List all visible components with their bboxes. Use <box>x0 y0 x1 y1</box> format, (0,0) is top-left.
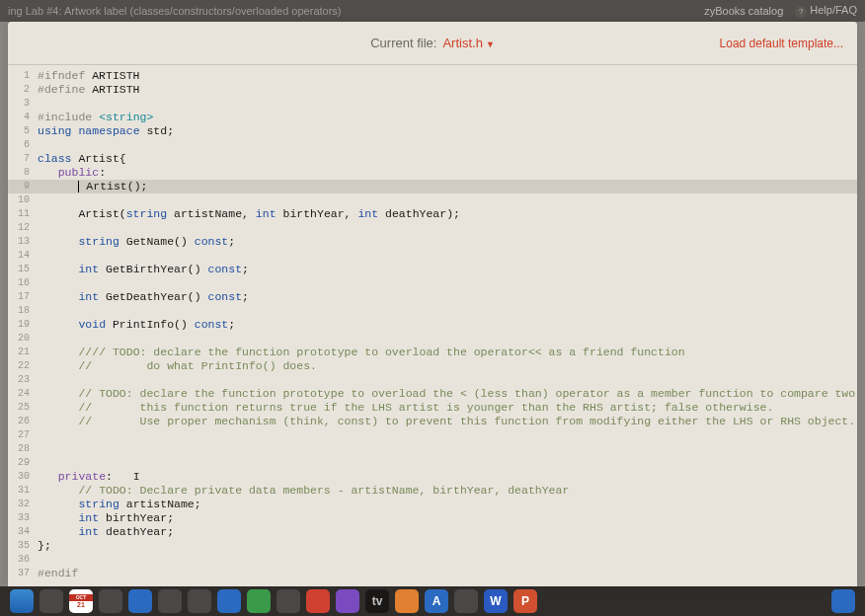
line-number: 11 <box>8 207 38 221</box>
code-line[interactable]: 27 <box>8 428 857 442</box>
code-line[interactable]: 28 <box>8 442 857 456</box>
code-text[interactable]: int birthYear; <box>38 511 174 525</box>
line-number: 3 <box>8 97 38 111</box>
code-text[interactable]: void PrintInfo() const; <box>38 318 235 332</box>
line-number: 26 <box>8 415 38 428</box>
line-number: 32 <box>8 498 38 511</box>
code-text[interactable]: string GetName() const; <box>38 235 235 249</box>
code-text[interactable]: // this function returns true if the LHS… <box>38 401 773 415</box>
code-text[interactable]: // do what PrintInfo() does. <box>38 359 317 373</box>
app-store-icon[interactable]: A <box>425 589 448 613</box>
code-line[interactable]: 10 <box>8 193 857 207</box>
catalog-link[interactable]: zyBooks catalog <box>704 5 783 17</box>
dock-app-icon[interactable] <box>247 589 271 613</box>
line-number: 17 <box>8 290 38 304</box>
code-line[interactable]: 12 <box>8 221 857 235</box>
code-line[interactable]: 14 <box>8 249 857 263</box>
code-line[interactable]: 2#define ARTISTH <box>8 83 857 97</box>
code-text[interactable]: }; <box>38 539 51 553</box>
code-line[interactable]: 36 <box>8 553 857 567</box>
line-number: 14 <box>8 249 38 263</box>
line-number: 36 <box>8 553 38 567</box>
code-text[interactable]: // Use proper mechanism (think, const) t… <box>38 415 855 428</box>
code-text[interactable]: Artist(string artistName, int birthYear,… <box>38 207 460 221</box>
code-editor[interactable]: 1#ifndef ARTISTH2#define ARTISTH34#inclu… <box>8 65 857 586</box>
code-line[interactable]: 21 //// TODO: declare the function proto… <box>8 346 857 359</box>
dock-app-icon[interactable] <box>99 589 122 613</box>
code-text[interactable]: #endif <box>38 567 78 580</box>
line-number: 16 <box>8 276 38 290</box>
dock-app-icon[interactable] <box>217 589 241 613</box>
code-text[interactable]: // TODO: declare the function prototype … <box>38 387 857 401</box>
code-line[interactable]: 18 <box>8 304 857 318</box>
dock-app-icon[interactable] <box>158 589 182 613</box>
code-line[interactable]: 19 void PrintInfo() const; <box>8 318 857 332</box>
dock-app-icon[interactable] <box>336 589 359 613</box>
calendar-icon[interactable]: OCT 21 <box>69 589 93 613</box>
code-text[interactable]: int GetBirthYear() const; <box>38 263 249 276</box>
code-line[interactable]: 34 int deathYear; <box>8 525 857 539</box>
code-line[interactable]: 26 // Use proper mechanism (think, const… <box>8 415 857 428</box>
code-line[interactable]: 6 <box>8 138 857 152</box>
code-line[interactable]: 31 // TODO: Declare private data members… <box>8 484 857 498</box>
code-text[interactable]: private: I <box>38 470 140 484</box>
dock-app-icon[interactable] <box>395 589 419 613</box>
line-number: 13 <box>8 235 38 249</box>
code-line[interactable]: 23 <box>8 373 857 387</box>
code-line[interactable]: 37#endif <box>8 567 857 580</box>
code-text[interactable]: using namespace std; <box>38 124 174 138</box>
code-text[interactable]: int deathYear; <box>38 525 174 539</box>
code-text[interactable]: int GetDeathYear() const; <box>38 290 249 304</box>
code-line[interactable]: 22 // do what PrintInfo() does. <box>8 359 857 373</box>
code-text[interactable]: string artistName; <box>38 498 201 511</box>
dock-app-icon[interactable] <box>454 589 478 613</box>
help-link[interactable]: ?Help/FAQ <box>795 4 857 18</box>
dock-app-icon[interactable] <box>306 589 330 613</box>
code-line[interactable]: 13 string GetName() const; <box>8 235 857 249</box>
code-text[interactable]: #define ARTISTH <box>38 83 140 97</box>
dock-app-icon[interactable] <box>831 589 855 613</box>
code-line[interactable]: 7class Artist{ <box>8 152 857 166</box>
code-line[interactable]: 24 // TODO: declare the function prototy… <box>8 387 857 401</box>
code-line[interactable]: 15 int GetBirthYear() const; <box>8 263 857 276</box>
code-line[interactable]: 35}; <box>8 539 857 553</box>
code-line[interactable]: 29 <box>8 456 857 470</box>
powerpoint-icon[interactable]: P <box>513 589 537 613</box>
code-line[interactable]: 20 <box>8 332 857 346</box>
apple-tv-icon[interactable]: tv <box>365 589 389 613</box>
line-number: 31 <box>8 484 38 498</box>
code-line[interactable]: 4#include <string> <box>8 111 857 124</box>
code-text[interactable]: class Artist{ <box>38 152 126 166</box>
code-text[interactable]: Artist(); <box>38 180 147 193</box>
code-line[interactable]: 33 int birthYear; <box>8 511 857 525</box>
code-line[interactable]: 32 string artistName; <box>8 498 857 511</box>
code-line[interactable]: 5using namespace std; <box>8 124 857 138</box>
code-line[interactable]: 16 <box>8 276 857 290</box>
word-icon[interactable]: W <box>484 589 508 613</box>
code-line[interactable]: 17 int GetDeathYear() const; <box>8 290 857 304</box>
code-text[interactable]: #include <string> <box>38 111 153 124</box>
code-line[interactable]: 3 <box>8 97 857 111</box>
code-line[interactable]: 9 Artist(); <box>8 180 857 193</box>
file-name-dropdown[interactable]: Artist.h▼ <box>442 36 494 50</box>
code-line[interactable]: 11 Artist(string artistName, int birthYe… <box>8 207 857 221</box>
code-line[interactable]: 25 // this function returns true if the … <box>8 401 857 415</box>
dock-app-icon[interactable] <box>188 589 211 613</box>
load-default-template-link[interactable]: Load default template... <box>720 37 843 50</box>
line-number: 23 <box>8 373 38 387</box>
code-text[interactable]: #ifndef ARTISTH <box>38 69 140 83</box>
dock-app-icon[interactable] <box>276 589 300 613</box>
dock-app-icon[interactable] <box>128 589 152 613</box>
help-icon: ? <box>795 6 807 18</box>
code-line[interactable]: 30 private: I <box>8 470 857 484</box>
code-text[interactable]: public: <box>38 166 106 180</box>
code-text[interactable]: // TODO: Declare private data members - … <box>38 484 569 498</box>
code-line[interactable]: 8 public: <box>8 166 857 180</box>
code-line[interactable]: 1#ifndef ARTISTH <box>8 69 857 83</box>
code-text[interactable]: //// TODO: declare the function prototyp… <box>38 346 685 359</box>
dock-app-icon[interactable] <box>39 589 63 613</box>
line-number: 12 <box>8 221 38 235</box>
finder-icon[interactable] <box>10 589 34 613</box>
line-number: 7 <box>8 152 38 166</box>
line-number: 33 <box>8 511 38 525</box>
